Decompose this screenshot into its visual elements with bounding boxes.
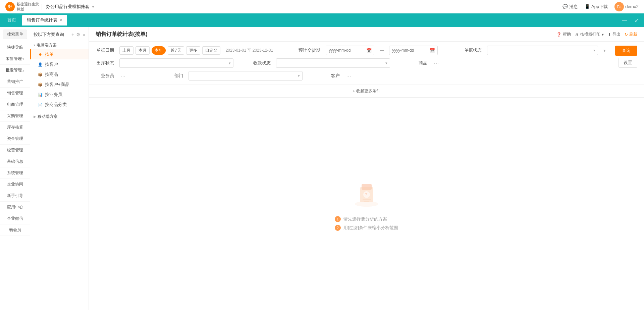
sidebar-item-wholesale[interactable]: 批发管理 ▴ (0, 65, 30, 76)
sidebar-item-marketing[interactable]: 营销推广 (0, 76, 30, 88)
print-dropdown-icon: ▾ (602, 32, 604, 37)
svg-rect-5 (363, 199, 371, 200)
expected-delivery-end-input[interactable] (389, 46, 438, 55)
sidebar-item-basicinfo[interactable]: 基础信息 (0, 156, 30, 167)
date-btn-this-year[interactable]: 本年 (152, 46, 166, 55)
expected-delivery-start-wrapper: 📅 (326, 46, 374, 55)
tab-maximize-icon[interactable]: ⤢ (632, 15, 641, 25)
scheme-item-by-product[interactable]: 📦 按商品 (30, 69, 89, 80)
sidebar-item-appcenter[interactable]: 应用中心 (0, 202, 30, 213)
tab-home[interactable]: 首页 (3, 15, 21, 25)
scheme-item-by-order[interactable]: ● 按单 (30, 49, 89, 59)
sidebar-item-sales[interactable]: 销售管理 (0, 88, 30, 99)
sidebar-item-enterprise[interactable]: 企业协同 (0, 179, 30, 190)
page-header-row: 销售订单统计表(按单) ❓ 帮助 🖨 按模板打印 ▾ ⬇ 导出 (96, 31, 637, 38)
settings-button[interactable]: 设置 (619, 58, 637, 68)
app-download-button[interactable]: 📱 App下载 (585, 4, 608, 10)
app-title[interactable]: 办公用品行业模拟账套 ▾ (42, 4, 94, 10)
settings-scheme-button[interactable]: ⚙ (76, 32, 80, 37)
sidebar: 搜索菜单 快捷导航 零售管理 ▾ 批发管理 ▴ 营销推广 销售管理 电商管理 采… (0, 27, 30, 310)
date-btn-this-month[interactable]: 本月 (136, 46, 150, 55)
date-btn-last-month[interactable]: 上月 (119, 46, 133, 55)
export-button[interactable]: ⬇ 导出 (608, 32, 621, 37)
sidebar-item-finance[interactable]: 资金管理 (0, 133, 30, 145)
app-title-dropdown-icon[interactable]: ▾ (92, 5, 94, 9)
sidebar-item-ecommerce[interactable]: 电商管理 (0, 99, 30, 110)
sidebar-item-quick-nav[interactable]: 快捷导航 (0, 42, 30, 53)
scheme-section-mobile-arrow-icon: ▶ (34, 115, 36, 118)
expected-delivery-label: 预计交货期 (299, 47, 320, 53)
department-label: 部门 (165, 73, 183, 79)
sidebar-item-member[interactable]: 畅会员 (0, 224, 30, 236)
collapse-panel-button[interactable]: « (83, 32, 85, 37)
salesperson-label: 业务员 (96, 73, 114, 79)
date-btn-custom[interactable]: 自定义 (202, 46, 220, 55)
tab-bar-actions: — ⤢ (620, 15, 641, 25)
salesperson-more-icon[interactable]: ··· (121, 73, 126, 79)
department-select[interactable] (189, 71, 303, 81)
date-separator: — (380, 48, 384, 53)
tab-close-icon[interactable]: ✕ (59, 18, 62, 22)
refresh-button[interactable]: ↻ 刷新 (625, 32, 637, 37)
order-status-select-wrapper (487, 46, 598, 55)
wholesale-arrow-icon: ▴ (22, 69, 24, 72)
scheme-item-by-customer[interactable]: 👤 按客户 (30, 59, 89, 69)
payment-status-select[interactable] (276, 58, 390, 68)
date-filter-label: 单据日期 (96, 47, 114, 53)
date-btn-more[interactable]: 更多 (186, 46, 200, 55)
empty-hint-1: 1 请先选择要分析的方案 (335, 216, 398, 222)
filter-row-2: 出库状态 收款状态 商品 ··· (96, 58, 606, 68)
scheme-section-pc-arrow-icon: ▾ (34, 43, 35, 47)
empty-state: ? 1 请先选择要分析的方案 2 用[过滤]条件来缩小分析范围 (89, 98, 644, 310)
top-bar-left: 好 畅捷通好生意 标版 办公用品行业模拟账套 ▾ (5, 2, 94, 11)
print-button[interactable]: 🖨 按模板打印 ▾ (575, 32, 604, 37)
collapse-conditions-button[interactable]: ∧ 收起更多条件 (353, 88, 380, 94)
scheme-item-by-category[interactable]: 📄 按商品分类 (30, 100, 89, 110)
shipping-status-label: 出库状态 (96, 60, 114, 66)
scheme-section-mobile-header[interactable]: ▶ 移动端方案 (30, 112, 89, 121)
query-button[interactable]: 查询 (615, 46, 637, 56)
scheme-by-order-icon: ● (38, 52, 43, 57)
expected-delivery-start-input[interactable] (326, 46, 374, 55)
left-panel-actions: + ⚙ « (71, 32, 85, 37)
main-layout: 搜索菜单 快捷导航 零售管理 ▾ 批发管理 ▴ 营销推广 销售管理 电商管理 采… (0, 27, 644, 310)
department-select-wrapper (189, 71, 303, 81)
sidebar-item-purchase[interactable]: 采购管理 (0, 110, 30, 122)
sidebar-item-inventory[interactable]: 库存核算 (0, 122, 30, 133)
tab-sales-order-stats[interactable]: 销售订单统计表 ✕ (22, 15, 67, 25)
scheme-section-pc-header[interactable]: ▾ 电脑端方案 (30, 41, 89, 49)
scheme-section-pc: ▾ 电脑端方案 ● 按单 👤 按客户 📦 按商品 📦 按客户+商品 📊 按业 (30, 40, 89, 111)
top-bar: 好 畅捷通好生意 标版 办公用品行业模拟账套 ▾ 💬 消息 📱 App下载 Ea… (0, 0, 644, 13)
sidebar-item-system[interactable]: 系统管理 (0, 167, 30, 179)
customer-more-icon[interactable]: ··· (346, 73, 352, 79)
shipping-status-select[interactable] (119, 58, 233, 68)
scheme-item-by-salesperson[interactable]: 📊 按业务员 (30, 90, 89, 100)
message-button[interactable]: 💬 消息 (562, 4, 578, 10)
page-header: 销售订单统计表(按单) ❓ 帮助 🖨 按模板打印 ▾ ⬇ 导出 (89, 27, 644, 42)
date-range-display: 2023-01-01 至 2023-12-31 (226, 48, 273, 53)
hint-1-number: 1 (335, 216, 341, 222)
scheme-by-product-icon: 📦 (38, 72, 43, 77)
order-status-select[interactable] (487, 46, 598, 55)
help-button[interactable]: ❓ 帮助 (556, 32, 571, 37)
user-menu[interactable]: Ea demo2 (614, 2, 639, 11)
product-more-icon[interactable]: ··· (434, 60, 439, 66)
page-actions: ❓ 帮助 🖨 按模板打印 ▾ ⬇ 导出 ↻ 刷新 (556, 32, 637, 37)
scheme-section-mobile: ▶ 移动端方案 (30, 111, 89, 122)
search-menu-button[interactable]: 搜索菜单 (3, 30, 27, 39)
sidebar-item-newbie[interactable]: 新手引导 (0, 190, 30, 202)
filter-row-1: 单据日期 上月 本月 本年 近7天 更多 自定义 2023-01-01 至 20… (96, 46, 606, 55)
filter-area: 单据日期 上月 本月 本年 近7天 更多 自定义 2023-01-01 至 20… (89, 42, 644, 85)
date-btn-last-7-days[interactable]: 近7天 (168, 46, 184, 55)
tab-minimize-icon[interactable]: — (620, 15, 629, 25)
sidebar-item-corpwechat[interactable]: 企业微信 (0, 213, 30, 224)
sidebar-item-operations[interactable]: 经营管理 (0, 145, 30, 156)
product-label: 商品 (409, 60, 427, 66)
logo-area: 好 畅捷通好生意 标版 (5, 2, 39, 11)
scheme-item-by-customer-product[interactable]: 📦 按客户+商品 (30, 80, 89, 90)
message-icon: 💬 (562, 4, 568, 9)
tab-bar: 首页 销售订单统计表 ✕ — ⤢ (0, 13, 644, 27)
sidebar-item-retail[interactable]: 零售管理 ▾ (0, 53, 30, 65)
page-title: 销售订单统计表(按单) (96, 31, 148, 38)
add-scheme-button[interactable]: + (71, 32, 74, 37)
